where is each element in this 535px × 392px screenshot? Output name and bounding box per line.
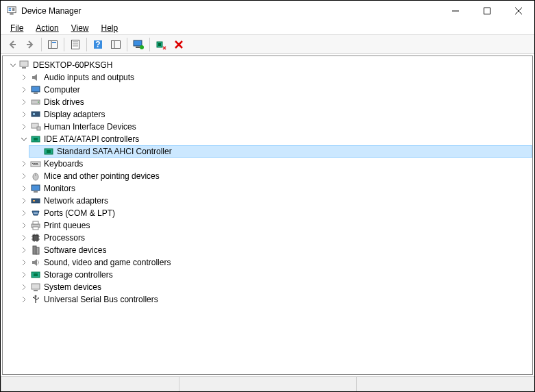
tree-label: Keyboards xyxy=(44,159,83,169)
speaker-icon xyxy=(30,72,41,83)
network-icon xyxy=(30,195,41,206)
tree-label: Processors xyxy=(44,233,85,243)
panel-small-icon xyxy=(110,39,121,50)
chevron-right-icon[interactable] xyxy=(19,270,29,280)
tree-node-processors[interactable]: Processors xyxy=(16,232,532,244)
window-title: Device Manager xyxy=(21,6,440,16)
chevron-right-icon[interactable] xyxy=(19,208,29,218)
maximize-button[interactable] xyxy=(471,1,503,21)
chip-remove-icon xyxy=(155,39,166,50)
chevron-right-icon[interactable] xyxy=(19,258,29,267)
chevron-right-icon[interactable] xyxy=(19,196,29,206)
chevron-right-icon[interactable] xyxy=(19,171,29,181)
tree-label: Network adapters xyxy=(44,196,108,206)
panel-icon xyxy=(47,39,58,50)
tree-node-ide[interactable]: IDE ATA/ATAPI controllers xyxy=(16,133,532,145)
update-driver-button[interactable] xyxy=(130,36,147,53)
menu-file[interactable]: File xyxy=(5,22,29,34)
properties-button[interactable] xyxy=(67,36,84,53)
help-button[interactable]: ? xyxy=(90,36,106,53)
chevron-right-icon[interactable] xyxy=(19,73,29,82)
svg-rect-30 xyxy=(34,93,38,94)
toolbar-separator xyxy=(86,38,87,51)
tree-node-network[interactable]: Network adapters xyxy=(16,195,532,207)
tree-node-sound[interactable]: Sound, video and game controllers xyxy=(16,256,532,269)
tree-node-monitors[interactable]: Monitors xyxy=(16,182,532,195)
svg-rect-14 xyxy=(72,40,79,49)
tree-node-print[interactable]: Print queues xyxy=(16,219,532,232)
forward-button[interactable] xyxy=(22,36,38,53)
tree-node-ide-child[interactable]: Standard SATA AHCI Controller xyxy=(29,145,532,158)
tree-node-software[interactable]: Software devices xyxy=(16,244,532,256)
back-button[interactable] xyxy=(4,36,21,53)
tree-label: Disk drives xyxy=(44,97,84,107)
spacer xyxy=(32,147,42,156)
tree-node-system[interactable]: System devices xyxy=(16,281,532,293)
status-cell xyxy=(356,377,534,391)
svg-rect-70 xyxy=(34,273,38,276)
svg-rect-58 xyxy=(33,235,38,241)
tree-label: Monitors xyxy=(44,184,75,193)
chevron-right-icon[interactable] xyxy=(19,110,29,119)
tree-label: Universal Serial Bus controllers xyxy=(44,295,158,304)
svg-rect-56 xyxy=(33,221,38,224)
chevron-right-icon[interactable] xyxy=(19,85,29,95)
tree-node-mice[interactable]: Mice and other pointing devices xyxy=(16,170,532,182)
software-icon xyxy=(30,245,41,256)
tree-root[interactable]: DESKTOP-60PKSGH xyxy=(5,59,532,71)
tree-node-keyboards[interactable]: Keyboards xyxy=(16,158,532,170)
system-icon xyxy=(30,282,41,293)
chevron-right-icon[interactable] xyxy=(19,97,29,107)
x-icon xyxy=(173,39,184,50)
menu-file-label: File xyxy=(10,23,23,33)
chevron-right-icon[interactable] xyxy=(19,159,29,169)
tree-label: Ports (COM & LPT) xyxy=(44,208,115,218)
tree-node-storage[interactable]: Storage controllers xyxy=(16,269,532,281)
device-tree[interactable]: DESKTOP-60PKSGH Audio inputs and outputs… xyxy=(2,56,533,375)
svg-rect-22 xyxy=(134,40,142,46)
toolbar-separator xyxy=(127,38,127,51)
uninstall-device-button[interactable] xyxy=(153,36,169,53)
svg-rect-44 xyxy=(36,163,38,164)
svg-rect-68 xyxy=(36,247,39,254)
minimize-button[interactable] xyxy=(440,1,471,21)
printer-icon xyxy=(30,220,41,231)
menu-bar: File Action View Help xyxy=(1,21,534,35)
chevron-right-icon[interactable] xyxy=(19,221,29,230)
svg-rect-6 xyxy=(484,8,490,14)
show-hide-tree-button[interactable] xyxy=(45,36,61,53)
menu-view[interactable]: View xyxy=(66,22,95,34)
svg-rect-1 xyxy=(9,8,12,10)
chevron-down-icon[interactable] xyxy=(8,60,18,70)
toolbar-separator xyxy=(64,38,64,51)
svg-point-76 xyxy=(38,297,39,299)
chevron-right-icon[interactable] xyxy=(19,245,29,255)
tree-node-display[interactable]: Display adapters xyxy=(16,108,532,121)
tree-node-disk[interactable]: Disk drives xyxy=(16,96,532,108)
disable-device-button[interactable] xyxy=(171,36,187,53)
svg-rect-34 xyxy=(33,113,35,115)
tree-node-hid[interactable]: Human Interface Devices xyxy=(16,121,532,133)
tree-root-label: DESKTOP-60PKSGH xyxy=(33,60,112,70)
tree-node-usb[interactable]: Universal Serial Bus controllers xyxy=(16,293,532,306)
chevron-right-icon[interactable] xyxy=(19,122,29,132)
tree-node-computer[interactable]: Computer xyxy=(16,84,532,96)
port-icon xyxy=(30,208,41,219)
tree-node-audio[interactable]: Audio inputs and outputs xyxy=(16,71,532,84)
chevron-right-icon[interactable] xyxy=(19,295,29,304)
title-bar: Device Manager xyxy=(1,1,534,21)
chevron-right-icon[interactable] xyxy=(19,233,29,243)
svg-rect-41 xyxy=(31,162,40,167)
show-devices-button[interactable] xyxy=(108,36,124,53)
tree-node-ports[interactable]: Ports (COM & LPT) xyxy=(16,207,532,219)
menu-help[interactable]: Help xyxy=(96,22,124,34)
toolbar-separator xyxy=(41,38,42,51)
window-controls xyxy=(440,1,534,21)
close-button[interactable] xyxy=(503,1,534,21)
chevron-right-icon[interactable] xyxy=(19,184,29,193)
menu-action[interactable]: Action xyxy=(30,22,64,34)
drive-icon xyxy=(30,97,41,108)
chevron-right-icon[interactable] xyxy=(19,282,29,292)
chevron-down-icon[interactable] xyxy=(19,134,29,144)
tree-label: Software devices xyxy=(44,245,106,255)
